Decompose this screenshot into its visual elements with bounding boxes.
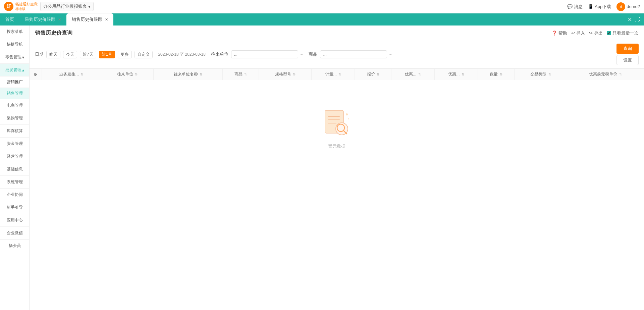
tab-purchase-close-icon[interactable]: ✕: [58, 17, 61, 22]
sidebar-item-quick-nav[interactable]: 快捷导航: [0, 38, 29, 51]
sidebar-label-inventory: 库存核算: [7, 128, 23, 133]
app-name: 办公用品行业模拟账套: [43, 3, 87, 9]
sidebar-item-inventory[interactable]: 库存核算: [0, 125, 29, 138]
query-button[interactable]: 查询: [616, 44, 639, 54]
export-label: 导出: [594, 30, 603, 36]
sidebar-item-enterprise[interactable]: 企业协同: [0, 189, 29, 201]
col-quantity[interactable]: 数量 ⇅: [478, 69, 515, 80]
help-icon: ❓: [552, 31, 557, 36]
sidebar-label-ecommerce: 电商管理: [7, 103, 23, 108]
only-last-label: 只看最后一次: [612, 30, 639, 36]
sort-no-tax-icon: ⇅: [619, 72, 622, 76]
sort-discount1-icon: ⇅: [418, 72, 421, 76]
only-last-toggle[interactable]: 只看最后一次: [607, 30, 639, 36]
date-btn-7days[interactable]: 近7天: [80, 51, 96, 58]
close-window-icon[interactable]: ✕: [628, 16, 632, 23]
tab-purchase-history[interactable]: 采购历史价跟踪 ✕: [19, 13, 66, 25]
col-unit-name[interactable]: 往来单位名称 ⇅: [154, 69, 222, 80]
table-container: ⚙ 业务发生... ⇅ 往来单位 ⇅ 往来单位名称 ⇅: [30, 69, 644, 310]
tab-sales-history[interactable]: 销售历史价跟踪 ✕: [66, 13, 113, 25]
tab-home[interactable]: 首页: [0, 13, 19, 25]
empty-illustration: [320, 107, 354, 141]
avatar: d: [616, 2, 625, 11]
sidebar-label-finance: 资金管理: [7, 141, 23, 146]
sort-trade-type-icon: ⇅: [548, 72, 551, 76]
sidebar-item-enterprise-wechat[interactable]: 企业微信: [0, 227, 29, 240]
sidebar-item-wholesale[interactable]: 批发管理 ▴: [0, 64, 29, 76]
phone-icon: 📱: [588, 4, 593, 9]
col-no-tax-price[interactable]: 优惠前无税单价 ⇅: [567, 69, 644, 80]
data-table: ⚙ 业务发生... ⇅ 往来单位 ⇅ 往来单位名称 ⇅: [30, 69, 644, 80]
sidebar-label-quicknav: 快捷导航: [7, 42, 23, 47]
col-discount2[interactable]: 优惠... ⇅: [435, 69, 478, 80]
user-area[interactable]: d demo2: [616, 2, 640, 11]
top-bar: 好 畅捷通好生意 标准版 办公用品行业模拟账套 ▾ 💬 消息 📱 App下载 d…: [0, 0, 644, 13]
sidebar-item-basic-info[interactable]: 基础信息: [0, 163, 29, 176]
date-label: 日期: [35, 51, 44, 57]
date-btn-more[interactable]: 更多: [118, 51, 132, 58]
sidebar-label-operation: 经营管理: [7, 154, 23, 159]
sort-unit-icon: ⇅: [135, 72, 138, 76]
col-biz-date[interactable]: 业务发生... ⇅: [42, 69, 101, 80]
col-spec[interactable]: 规格型号 ⇅: [259, 69, 312, 80]
col-quote[interactable]: 报价 ⇅: [355, 69, 391, 80]
date-btn-today[interactable]: 今天: [63, 51, 77, 58]
unit-search-icon[interactable]: ···: [300, 52, 304, 57]
sidebar-item-marketing[interactable]: 营销推广: [0, 76, 29, 88]
col-trade-type[interactable]: 交易类型 ⇅: [514, 69, 567, 80]
tab-sales-label: 销售历史价跟踪: [72, 16, 102, 22]
import-button[interactable]: ↩ 导入: [571, 30, 585, 36]
product-search-icon[interactable]: ···: [388, 52, 392, 57]
sidebar-item-search-menu[interactable]: 搜索菜单: [0, 25, 29, 38]
sidebar-item-newbie[interactable]: 新手引导: [0, 201, 29, 214]
sidebar-label-newbie: 新手引导: [7, 205, 23, 210]
messages-button[interactable]: 💬 消息: [567, 4, 583, 10]
only-last-checkbox[interactable]: [607, 31, 611, 35]
sidebar-item-system[interactable]: 系统管理: [0, 176, 29, 189]
page-header: 销售历史价查询 ❓ 帮助 ↩ 导入 ↪ 导出: [30, 25, 644, 40]
sidebar-label-app: 应用中心: [7, 218, 23, 222]
setting-button[interactable]: 设置: [616, 55, 639, 65]
sidebar-item-finance[interactable]: 资金管理: [0, 138, 29, 150]
sidebar-label-purchase: 采购管理: [7, 116, 23, 120]
col-unit-code[interactable]: 往来单位 ⇅: [101, 69, 154, 80]
product-filter-group: 商品 ···: [309, 50, 392, 58]
unit-filter-group: 往来单位 ···: [211, 50, 304, 58]
tab-sales-close-icon[interactable]: ✕: [105, 17, 108, 22]
sidebar-label-enterprise: 企业协同: [7, 192, 23, 197]
date-btn-custom[interactable]: 自定义: [135, 51, 153, 58]
sidebar-item-retail[interactable]: 零售管理 ▾: [0, 51, 29, 64]
col-settings[interactable]: ⚙: [30, 69, 42, 80]
filter-bar: 日期 昨天 今天 近7天 近1月 更多 自定义 2023-02-18 至 202…: [30, 40, 644, 69]
logo-text-block: 畅捷通好生意 标准版: [15, 2, 38, 11]
sort-discount2-icon: ⇅: [462, 72, 464, 76]
app-download-label: App下载: [595, 4, 611, 10]
sidebar-item-app-center[interactable]: 应用中心: [0, 214, 29, 227]
sidebar-item-ecommerce[interactable]: 电商管理: [0, 99, 29, 112]
export-button[interactable]: ↪ 导出: [589, 30, 603, 36]
col-product[interactable]: 商品 ⇅: [222, 69, 259, 80]
sidebar: 搜索菜单 快捷导航 零售管理 ▾ 批发管理 ▴ 营销推广 销售管理 电商管理 采…: [0, 25, 30, 310]
sort-biz-date-icon: ⇅: [80, 72, 83, 76]
logo-sub: 标准版: [15, 7, 38, 11]
date-btn-yesterday[interactable]: 昨天: [46, 51, 60, 58]
maximize-icon[interactable]: ⛶: [635, 16, 640, 22]
sidebar-item-vip[interactable]: 畅会员: [0, 240, 29, 252]
svg-point-7: [346, 113, 348, 115]
unit-input[interactable]: [231, 50, 298, 58]
import-icon: ↩: [571, 31, 575, 36]
help-button[interactable]: ❓ 帮助: [552, 30, 567, 36]
col-discount1[interactable]: 优惠... ⇅: [391, 69, 435, 80]
sidebar-item-operation[interactable]: 经营管理: [0, 150, 29, 163]
export-icon: ↪: [589, 31, 593, 36]
product-label: 商品: [309, 51, 317, 57]
svg-point-8: [348, 118, 349, 119]
app-download-button[interactable]: 📱 App下载: [588, 4, 611, 10]
date-btn-1month[interactable]: 近1月: [99, 51, 115, 58]
sidebar-label-vip: 畅会员: [9, 243, 21, 248]
product-input[interactable]: [320, 50, 387, 58]
col-unit-measure[interactable]: 计量... ⇅: [312, 69, 355, 80]
sidebar-item-sales-mgmt[interactable]: 销售管理: [0, 88, 29, 99]
sidebar-item-purchase[interactable]: 采购管理: [0, 112, 29, 125]
app-selector[interactable]: 办公用品行业模拟账套 ▾: [40, 2, 94, 11]
